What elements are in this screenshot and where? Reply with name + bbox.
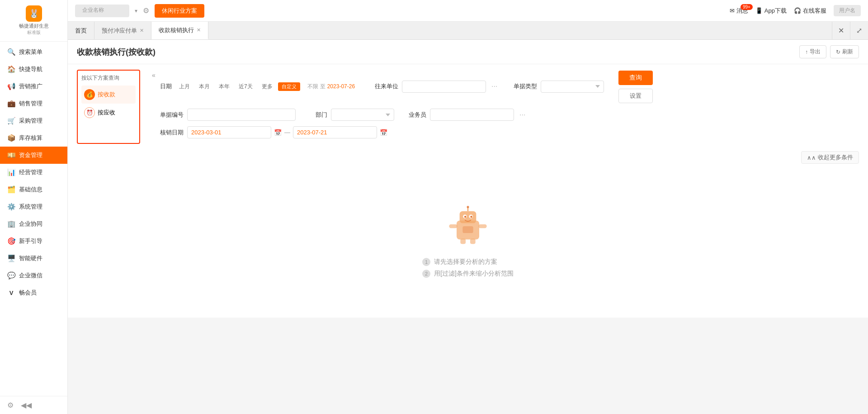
date-btn-this-month[interactable]: 本月: [195, 82, 213, 91]
finance-icon: 💴: [7, 151, 15, 159]
svg-point-5: [470, 216, 472, 218]
filter-option-by-receipt[interactable]: 💰 按收款: [81, 86, 136, 104]
search-row-2: 单据编号 部门 业务员: [160, 109, 859, 121]
date-btn-this-year[interactable]: 本年: [215, 82, 233, 91]
verify-date-field: 核销日期 📅 — 📅: [160, 126, 387, 138]
sidebar-item-operation[interactable]: 📊 经营管理: [0, 164, 67, 181]
date-to-text: 至: [320, 83, 326, 90]
sidebar-item-quick-nav[interactable]: 🏠 快捷导航: [0, 61, 67, 78]
collapse-icon[interactable]: ◀◀: [21, 401, 32, 409]
collapse-more-button[interactable]: ∧∧ 收起更多条件: [801, 151, 859, 164]
sidebar-item-label: 企业微信: [19, 271, 42, 280]
verify-date-label: 核销日期: [160, 128, 184, 137]
hint-num-2: 2: [422, 270, 430, 278]
sidebar-item-system[interactable]: ⚙️ 系统管理: [0, 198, 67, 215]
setting-button[interactable]: 设置: [618, 89, 653, 103]
search-row-3: 核销日期 📅 — 📅: [160, 126, 859, 138]
system-icon: ⚙️: [7, 203, 15, 211]
sidebar-item-hardware[interactable]: 🖥️ 智能硬件: [0, 250, 67, 267]
bill-type-label: 单据类型: [514, 82, 537, 90]
dept-select[interactable]: [331, 109, 394, 121]
sidebar-item-finance[interactable]: 💴 资金管理: [0, 147, 67, 164]
brand-chevron-icon[interactable]: ▾: [135, 8, 137, 14]
topbar-gear-icon[interactable]: ⚙: [143, 6, 149, 15]
sidebar-nav: 🔍 搜索菜单 🏠 快捷导航 📢 营销推广 💼 销售管理 🛒 采购管理 📦 库存核…: [0, 42, 67, 396]
counterpart-input[interactable]: [402, 81, 486, 93]
staff-field: 业务员 ···: [409, 109, 527, 121]
tabbar-actions: ✕ ⤢: [832, 22, 868, 39]
empty-state: 1 请先选择要分析的方案 2 用[过滤]条件来缩小分析范围: [68, 167, 868, 318]
app-download-button[interactable]: 📱 App下载: [755, 7, 787, 15]
sidebar-item-search-menu[interactable]: 🔍 搜索菜单: [0, 43, 67, 61]
bill-no-input[interactable]: [187, 109, 296, 121]
search-form: 日期 上月 本月 本年 近7天 更多 自定义 不限: [160, 70, 859, 144]
no-limit-text: 不限: [307, 83, 318, 90]
operation-icon: 📊: [7, 168, 15, 176]
refresh-icon: ↻: [836, 49, 840, 55]
date-field: 日期 上月 本月 本年 近7天 更多 自定义: [160, 82, 300, 91]
tab-close-btn[interactable]: ✕: [832, 22, 850, 40]
settings-icon[interactable]: ⚙: [7, 401, 14, 409]
date-filter-group: 上月 本月 本年 近7天 更多 自定义: [175, 82, 300, 91]
message-button[interactable]: ✉ 消息 99+: [730, 7, 748, 15]
bill-type-select[interactable]: [541, 81, 604, 93]
verify-end-calendar-icon[interactable]: 📅: [380, 129, 387, 136]
date-btn-7days[interactable]: 近7天: [235, 82, 256, 91]
message-badge: 99+: [741, 4, 753, 10]
tab-verify-close-icon[interactable]: ✕: [197, 27, 201, 33]
filter-collapse-button[interactable]: «: [149, 70, 158, 144]
tab-verify-label: 收款核销执行: [159, 26, 194, 34]
date-badge-custom[interactable]: 自定义: [278, 82, 300, 91]
filter-option-label: 按收款: [98, 90, 115, 99]
sidebar-item-label: 库存核算: [19, 134, 42, 142]
verify-start-calendar-icon[interactable]: 📅: [274, 129, 282, 136]
topbar: 企业名称 ▾ ⚙ 休闲行业方案 ✉ 消息 99+ 📱 App下载 🎧 在线客服 …: [68, 0, 868, 22]
tab-prepay[interactable]: 预付冲应付单 ✕: [94, 22, 151, 39]
tab-verify[interactable]: 收款核销执行 ✕: [151, 22, 208, 39]
solution-button[interactable]: 休闲行业方案: [155, 4, 204, 18]
sidebar-item-cooperation[interactable]: 🏢 企业协同: [0, 215, 67, 233]
sidebar-item-label: 畅会员: [19, 289, 37, 297]
bill-type-field: 单据类型: [514, 81, 604, 93]
page-inner: 收款核销执行(按收款) ↑ 导出 ↻ 刷新 按以下方案查询: [68, 40, 868, 318]
export-button[interactable]: ↑ 导出: [799, 45, 826, 58]
counterpart-field: 往来单位 ···: [375, 81, 499, 93]
staff-more-icon[interactable]: ···: [518, 111, 527, 119]
svg-rect-8: [449, 224, 457, 228]
empty-hint-2: 2 用[过滤]条件来缩小分析范围: [422, 270, 514, 278]
sidebar-item-guide[interactable]: 🎯 新手引导: [0, 233, 67, 250]
filter-option-by-receivable[interactable]: ⏰ 按应收: [81, 104, 136, 122]
verify-date-end-input[interactable]: [293, 126, 377, 138]
query-button[interactable]: 查询: [618, 71, 653, 85]
counterpart-more-icon[interactable]: ···: [490, 82, 499, 90]
date-btn-last-month[interactable]: 上月: [175, 82, 193, 91]
empty-hint-1: 1 请先选择要分析的方案: [422, 258, 514, 266]
verify-date-start-input[interactable]: [187, 126, 271, 138]
refresh-button[interactable]: ↻ 刷新: [830, 45, 859, 58]
export-label: 导出: [810, 48, 821, 56]
tab-home[interactable]: 首页: [68, 22, 94, 39]
date-btn-more[interactable]: 更多: [258, 82, 276, 91]
empty-illustration: [445, 204, 491, 249]
sidebar-item-purchase[interactable]: 🛒 采购管理: [0, 112, 67, 129]
collapse-label: 收起更多条件: [818, 153, 853, 162]
sidebar-item-member[interactable]: V 畅会员: [0, 284, 67, 301]
svg-rect-11: [460, 239, 466, 244]
basic-icon: 🗂️: [7, 186, 15, 194]
sidebar-item-inventory[interactable]: 📦 库存核算: [0, 129, 67, 147]
brand-selector[interactable]: 企业名称: [75, 5, 129, 17]
sidebar-item-basic[interactable]: 🗂️ 基础信息: [0, 181, 67, 198]
sidebar-bottom: ⚙ ◀◀: [0, 396, 67, 414]
filter-actions: 查询 设置: [618, 70, 653, 103]
user-info[interactable]: 用户名: [834, 5, 861, 16]
sidebar-item-marketing[interactable]: 📢 营销推广: [0, 78, 67, 95]
sidebar-item-sales[interactable]: 💼 销售管理: [0, 95, 67, 112]
sidebar-item-label: 资金管理: [19, 151, 42, 159]
tab-expand-btn[interactable]: ⤢: [850, 22, 868, 40]
service-button[interactable]: 🎧 在线客服: [794, 7, 826, 15]
tab-prepay-close-icon[interactable]: ✕: [140, 28, 144, 33]
page-content: 收款核销执行(按收款) ↑ 导出 ↻ 刷新 按以下方案查询: [68, 40, 868, 414]
refresh-label: 刷新: [842, 48, 853, 56]
sidebar-item-wechat[interactable]: 💬 企业微信: [0, 267, 67, 284]
staff-input[interactable]: [430, 109, 514, 121]
